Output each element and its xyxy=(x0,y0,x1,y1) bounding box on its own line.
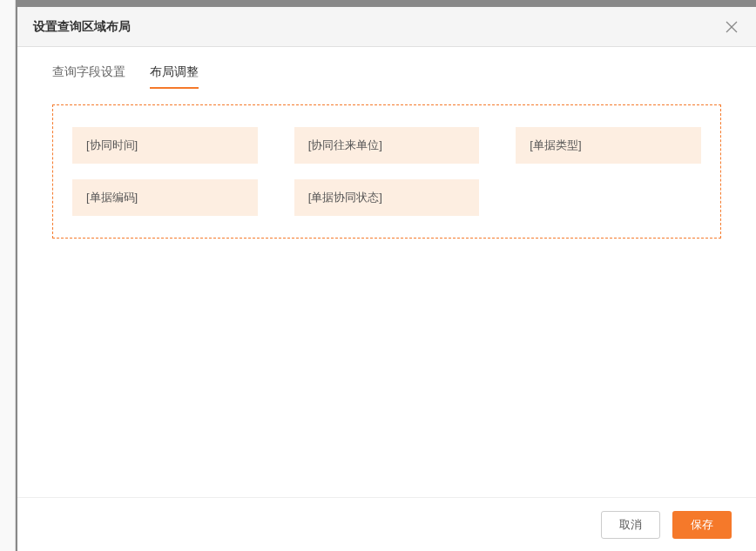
layout-grid: [协同时间] [协同往来单位] [单据类型] [单据编码] [单据协同状态] xyxy=(72,127,701,216)
close-icon xyxy=(726,21,738,33)
tabs: 查询字段设置 布局调整 xyxy=(52,64,721,89)
background-column xyxy=(0,0,16,551)
cancel-button[interactable]: 取消 xyxy=(601,511,660,539)
modal-body: 查询字段设置 布局调整 [协同时间] [协同往来单位] [单据类型] [单据编码… xyxy=(17,47,756,497)
modal-footer: 取消 保存 xyxy=(17,497,756,551)
modal-dialog: 设置查询区域布局 查询字段设置 布局调整 [协同时间] [协同往来单位] [单据… xyxy=(17,7,756,551)
field-chip[interactable]: [单据类型] xyxy=(516,127,701,164)
close-button[interactable] xyxy=(723,18,740,36)
field-chip[interactable]: [单据编码] xyxy=(72,179,258,216)
modal-title: 设置查询区域布局 xyxy=(33,19,131,35)
field-chip[interactable]: [协同时间] xyxy=(72,127,258,164)
tab-layout-adjust[interactable]: 布局调整 xyxy=(150,64,199,89)
save-button[interactable]: 保存 xyxy=(672,511,732,539)
layout-drop-area[interactable]: [协同时间] [协同往来单位] [单据类型] [单据编码] [单据协同状态] xyxy=(52,104,721,239)
tab-query-field-settings[interactable]: 查询字段设置 xyxy=(52,64,125,89)
modal-header: 设置查询区域布局 xyxy=(17,7,756,47)
field-chip[interactable]: [协同往来单位] xyxy=(294,127,480,164)
field-chip[interactable]: [单据协同状态] xyxy=(294,179,480,216)
